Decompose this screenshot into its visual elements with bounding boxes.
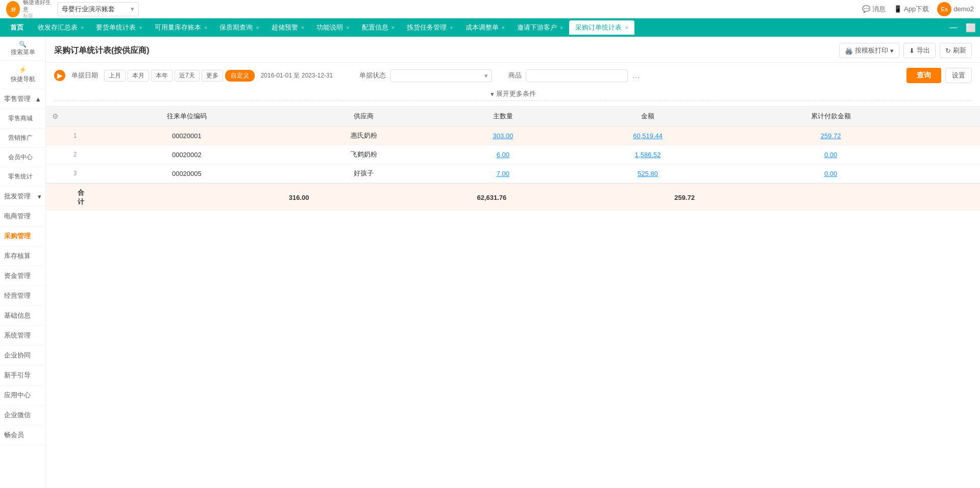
close-order-summary[interactable]: × [139,24,142,31]
sidebar-item-member-center[interactable]: 会员中心 [0,148,45,167]
sidebar-item-wholesale-mgmt[interactable]: 批发管理 ▾ [0,187,45,207]
workspace-label: 母婴行业演示账套 [62,5,115,14]
system-mgmt-label: 系统管理 [4,331,31,340]
th-supplier-name: 供应商 [288,107,439,126]
td-amount-2[interactable]: 525.80 [567,164,729,183]
footer-empty [781,194,974,201]
app-download-btn[interactable]: 📱 App下载 [894,5,929,14]
expand-icon: ▾ [491,90,494,98]
tab-overstock-alert[interactable]: 超储预警 × [265,20,310,35]
messages-btn[interactable]: 💬 消息 [862,5,886,14]
sidebar-item-enterprise-collab[interactable]: 企业协同 [0,346,45,366]
close-cost-adjust[interactable]: × [502,24,505,31]
td-amount-0[interactable]: 60,519.44 [567,126,729,145]
tab-order-summary[interactable]: 要货单统计表 × [90,20,148,35]
th-settings[interactable]: ⚙ [46,107,65,126]
search-menu[interactable]: 🔍 搜索菜单 [0,37,45,61]
td-paid-amount-0[interactable]: 259.72 [729,126,933,145]
retail-stats-label: 零售统计 [8,172,33,181]
td-extra-1 [932,145,980,164]
sidebar-item-member[interactable]: 畅会员 [0,425,45,445]
close-picking-task[interactable]: × [450,24,453,31]
close-overstock-alert[interactable]: × [301,24,304,31]
close-available-stock[interactable]: × [204,24,207,31]
expand-label: 展开更多条件 [496,89,536,98]
filter-toggle-button[interactable]: ▶ [54,70,65,81]
close-expiry-query[interactable]: × [256,24,259,31]
sidebar-item-enterprise-wechat[interactable]: 企业微信 [0,405,45,425]
print-button[interactable]: 🖨️ 按模板打印 ▾ [839,43,899,58]
td-paid-amount-1[interactable]: 0.00 [729,145,933,164]
expand-more-filters[interactable]: ▾ 展开更多条件 [54,87,972,101]
tab-cost-adjust[interactable]: 成本调整单 × [459,20,511,35]
export-button[interactable]: ⬇ 导出 [903,43,936,58]
export-icon: ⬇ [909,47,915,55]
tab-function-desc[interactable]: 功能说明 × [310,20,355,35]
td-row-num-2: 3 [65,164,85,183]
td-main-qty-2[interactable]: 7.00 [439,164,567,183]
sidebar-item-marketing[interactable]: 营销推广 [0,129,45,148]
sidebar: 🔍 搜索菜单 ⚡ 快捷导航 零售管理 ▲ 零售商城 营销推广 会员中心 零售统计… [0,37,46,488]
overstock-alert-label: 超储预警 [272,23,298,32]
tab-picking-task[interactable]: 拣货任务管理 × [401,20,459,35]
retail-mgmt-label: 零售管理 [4,94,31,104]
tab-available-stock[interactable]: 可用量库存账本 × [149,20,213,35]
sidebar-item-new-guide[interactable]: 新手引导 [0,366,45,386]
sidebar-item-retail-mgmt[interactable]: 零售管理 ▲ [0,89,45,109]
td-main-qty-0[interactable]: 303.00 [439,126,567,145]
user-menu-btn[interactable]: Ea demo2 [937,2,974,16]
member-label: 畅会员 [4,430,24,440]
sidebar-item-basic-info[interactable]: 基础信息 [0,306,45,326]
close-function-desc[interactable]: × [346,24,349,31]
td-supplier-name-2: 好孩子 [288,164,439,183]
minimize-btn[interactable]: — [947,23,960,32]
tab-home[interactable]: 首页 [2,20,32,35]
retail-mgmt-expand-icon: ▲ [35,95,41,103]
settings-button[interactable]: 设置 [945,68,972,83]
date-btn-this-year[interactable]: 本年 [151,70,173,82]
date-btn-7days[interactable]: 近7天 [175,70,200,82]
td-paid-amount-2[interactable]: 0.00 [729,164,933,183]
sidebar-item-operation-mgmt[interactable]: 经营管理 [0,286,45,306]
date-separator: 至 [293,72,300,79]
sidebar-item-retail-store[interactable]: 零售商城 [0,109,45,129]
tab-config-info[interactable]: 配置信息 × [356,20,401,35]
td-extra-2 [932,164,980,183]
close-purchase-summary[interactable]: × [625,24,628,31]
sidebar-item-retail-stats[interactable]: 零售统计 [0,167,45,187]
sidebar-item-finance-mgmt[interactable]: 资金管理 [0,266,45,286]
td-extra-0 [932,126,980,145]
sidebar-item-app-center[interactable]: 应用中心 [0,386,45,405]
search-icon: 🔍 [3,41,42,48]
tab-receive-summary[interactable]: 收发存汇总表 × [32,20,90,35]
sidebar-item-inventory-check[interactable]: 库存核算 [0,246,45,266]
tab-expiry-query[interactable]: 保质期查询 × [213,20,265,35]
sidebar-item-system-mgmt[interactable]: 系统管理 [0,326,45,346]
status-select[interactable] [390,69,492,82]
sidebar-item-ecommerce-mgmt[interactable]: 电商管理 [0,207,45,226]
sidebar-item-quick-nav[interactable]: ⚡ 快捷导航 [0,61,45,89]
date-btn-last-month[interactable]: 上月 [104,70,126,82]
maximize-btn[interactable]: ⬜ [964,23,978,33]
filter-row-1: ▶ 单据日期 上月 本月 本年 近7天 更多 自定义 2016-01-01 至 … [54,68,972,83]
close-config-info[interactable]: × [391,24,395,31]
workspace-selector[interactable]: 母婴行业演示账套 ▾ [57,2,139,16]
logo-area: 好 畅捷通好生意 标版 [6,0,52,19]
tab-invite-downstream[interactable]: 邀请下游客户 × [511,20,569,35]
query-button[interactable]: 查询 [906,68,941,83]
refresh-button[interactable]: ↻ 刷新 [940,43,972,58]
tab-purchase-summary[interactable]: 采购订单统计表 × [569,20,634,35]
goods-input-more[interactable]: … [632,71,640,80]
sidebar-item-purchase-mgmt[interactable]: 采购管理 [0,226,45,246]
goods-input[interactable] [526,69,628,82]
date-btn-custom[interactable]: 自定义 [225,70,255,82]
date-btn-this-month[interactable]: 本月 [128,70,149,82]
close-receive-summary[interactable]: × [81,24,84,31]
td-main-qty-1[interactable]: 6.00 [439,145,567,164]
table-row: 3 00020005 好孩子 7.00 525.80 0.00 [46,164,980,183]
date-btn-more[interactable]: 更多 [202,70,223,82]
close-invite-downstream[interactable]: × [560,24,563,31]
column-settings-icon[interactable]: ⚙ [52,112,59,120]
td-amount-1[interactable]: 1,586.52 [567,145,729,164]
home-tab-label: 首页 [10,23,23,32]
